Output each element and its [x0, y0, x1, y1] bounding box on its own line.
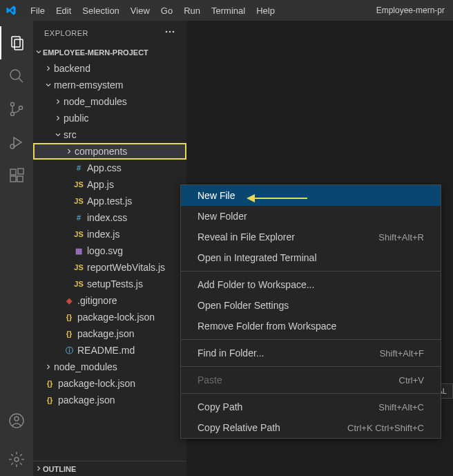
folder-backend[interactable]: backend — [33, 60, 186, 77]
activity-explorer-icon[interactable] — [0, 26, 33, 59]
chevron-down-icon — [52, 131, 64, 139]
project-section-header[interactable]: EMPLOYEE-MERN-PROJECT — [33, 45, 186, 60]
chevron-right-icon — [43, 64, 54, 73]
file-package-json[interactable]: {} package.json — [33, 325, 186, 342]
context-new-folder[interactable]: New Folder — [181, 206, 441, 227]
separator — [181, 271, 441, 272]
js-icon: JS — [72, 263, 86, 272]
file-tree: backend mern-emsystem node_modules publi… — [33, 60, 186, 461]
file-label: logo.svg — [87, 245, 123, 256]
svg-rect-10 — [17, 176, 23, 182]
activity-search-icon[interactable] — [0, 59, 33, 93]
file-app-test-js[interactable]: JS App.test.js — [33, 193, 186, 209]
context-terminal[interactable]: Open in Integrated Terminal — [181, 247, 441, 268]
file-setup-tests[interactable]: JS setupTests.js — [33, 276, 186, 292]
menu-edit[interactable]: Edit — [50, 0, 77, 21]
folder-label: node_modules — [64, 96, 127, 107]
svg-point-15 — [166, 31, 168, 33]
svg-point-13 — [15, 417, 19, 421]
context-new-file[interactable]: New File — [181, 185, 441, 206]
folder-src[interactable]: src — [33, 126, 186, 143]
folder-node-modules-root[interactable]: node_modules — [33, 359, 186, 375]
file-app-css[interactable]: # App.css — [33, 160, 186, 176]
file-index-css[interactable]: # index.css — [33, 209, 186, 226]
svg-point-14 — [15, 457, 19, 461]
file-logo-svg[interactable]: ▦ logo.svg — [33, 242, 186, 259]
file-label: package.json — [77, 328, 135, 339]
activity-accounts-icon[interactable] — [0, 404, 33, 437]
context-folder-settings[interactable]: Open Folder Settings — [181, 295, 441, 316]
shortcut-label: Ctrl+K Ctrl+Shift+C — [347, 423, 424, 433]
shortcut-label: Shift+Alt+R — [378, 232, 424, 242]
js-icon: JS — [72, 180, 86, 189]
folder-label: mern-emsystem — [54, 79, 123, 91]
file-package-lock-json[interactable]: {} package-lock.json — [33, 309, 186, 325]
menu-label: Copy Relative Path — [197, 422, 280, 433]
svg-rect-8 — [10, 169, 16, 175]
menu-label: Remove Folder from Workspace — [197, 321, 336, 332]
file-label: App.js — [87, 179, 114, 190]
js-icon: JS — [72, 197, 86, 205]
js-icon: JS — [72, 230, 86, 238]
menu-help[interactable]: Help — [251, 0, 280, 21]
folder-node-modules[interactable]: node_modules — [33, 93, 186, 110]
file-label: README.md — [77, 345, 135, 356]
activity-debug-icon[interactable] — [0, 126, 33, 159]
activity-settings-icon[interactable] — [0, 443, 33, 476]
file-report-web-vitals[interactable]: JS reportWebVitals.js — [33, 259, 186, 276]
folder-label: components — [75, 146, 127, 157]
context-find[interactable]: Find in Folder... Shift+Alt+F — [181, 343, 441, 363]
file-index-js[interactable]: JS index.js — [33, 226, 186, 242]
menu-view[interactable]: View — [125, 0, 155, 21]
svg-point-6 — [19, 106, 23, 110]
chevron-right-icon — [35, 464, 43, 474]
context-remove-folder[interactable]: Remove Folder from Workspace — [181, 316, 441, 336]
file-gitignore[interactable]: ◈ .gitignore — [33, 292, 186, 309]
folder-public[interactable]: public — [33, 110, 186, 126]
project-name: EMPLOYEE-MERN-PROJECT — [43, 48, 148, 57]
folder-label: src — [64, 129, 77, 140]
svg-rect-1 — [15, 39, 23, 50]
folder-components[interactable]: components — [33, 143, 186, 160]
file-label: App.css — [87, 162, 122, 173]
gitignore-icon: ◈ — [62, 296, 76, 305]
svg-point-16 — [169, 31, 171, 33]
svg-rect-9 — [10, 176, 16, 182]
activitybar — [0, 21, 33, 476]
menu-file[interactable]: File — [25, 0, 50, 21]
file-label: setupTests.js — [87, 278, 143, 289]
folder-mern-emsystem[interactable]: mern-emsystem — [33, 77, 186, 93]
activity-extensions-icon[interactable] — [0, 159, 33, 192]
folder-label: public — [64, 113, 89, 124]
json-icon: {} — [62, 313, 76, 321]
file-app-js[interactable]: JS App.js — [33, 176, 186, 193]
chevron-right-icon — [43, 363, 54, 371]
menu-terminal[interactable]: Terminal — [206, 0, 251, 21]
outline-section-header[interactable]: OUTLINE — [33, 461, 186, 476]
menu-label: Open in Integrated Terminal — [197, 252, 317, 263]
menu-label: New File — [197, 190, 235, 201]
menu-selection[interactable]: Selection — [77, 0, 124, 21]
context-copy-relative-path[interactable]: Copy Relative Path Ctrl+K Ctrl+Shift+C — [181, 417, 441, 438]
file-readme[interactable]: ⓘ README.md — [33, 342, 186, 359]
svg-point-4 — [11, 103, 15, 106]
menu-go[interactable]: Go — [155, 0, 178, 21]
menu-run[interactable]: Run — [178, 0, 206, 21]
file-label: .gitignore — [77, 295, 117, 306]
sidebar: EXPLORER EMPLOYEE-MERN-PROJECT backend m… — [33, 21, 186, 476]
more-actions-icon[interactable] — [164, 26, 175, 39]
js-icon: JS — [72, 280, 86, 288]
context-copy-path[interactable]: Copy Path Shift+Alt+C — [181, 397, 441, 417]
context-add-folder[interactable]: Add Folder to Workspace... — [181, 274, 441, 295]
menu-label: Add Folder to Workspace... — [197, 279, 314, 290]
outline-label: OUTLINE — [43, 465, 76, 473]
css-icon: # — [72, 164, 86, 172]
activity-source-control-icon[interactable] — [0, 93, 33, 126]
file-package-lock-root[interactable]: {} package-lock.json — [33, 375, 186, 392]
context-reveal[interactable]: Reveal in File Explorer Shift+Alt+R — [181, 227, 441, 247]
file-package-json-root[interactable]: {} package.json — [33, 392, 186, 408]
svg-line-3 — [19, 78, 23, 82]
sidebar-title: EXPLORER — [44, 29, 88, 37]
css-icon: # — [72, 213, 86, 222]
json-icon: {} — [43, 396, 57, 404]
